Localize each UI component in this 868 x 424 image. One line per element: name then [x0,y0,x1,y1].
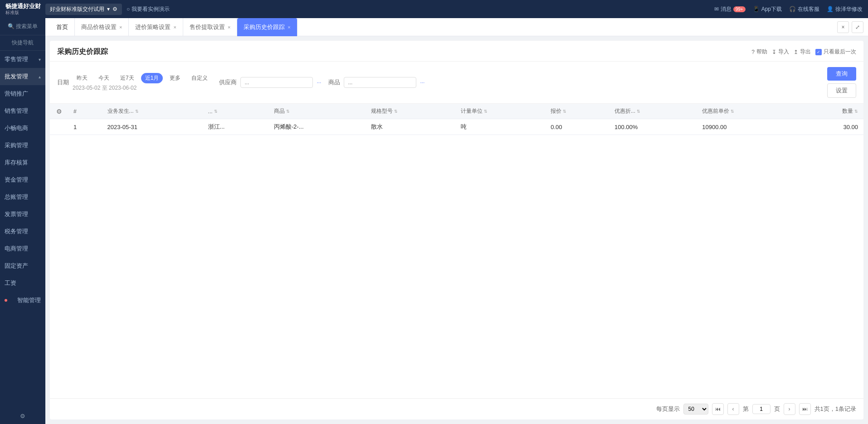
sidebar-item-ecommerce[interactable]: 电商管理 [0,240,45,257]
th-supplier: ... ⇅ [203,104,268,119]
query-button[interactable]: 查询 [827,67,856,81]
row-date-cell: 2023-05-31 [102,119,203,135]
sidebar-item-label: 批发管理 [5,72,28,81]
tab-home[interactable]: 首页 [50,18,75,36]
prev-page-btn[interactable]: ‹ [727,403,739,415]
sort-unit[interactable]: 计量单位 ⇅ [461,107,488,115]
column-settings-btn[interactable]: ⚙ [56,108,62,115]
sort-icon-unit: ⇅ [484,109,488,114]
tab-history-price[interactable]: 采购历史价跟踪 × [237,18,297,36]
tab-bar: 首页 商品价格设置 × 进价策略设置 × 售价提取设置 × 采购历史价跟踪 × … [45,18,868,36]
sidebar-item-label: 固定资产 [5,262,28,270]
tab-close-btn[interactable]: × [837,21,849,33]
sort-supplier[interactable]: ... ⇅ [208,108,218,115]
sidebar-item-marketing[interactable]: 营销推广 [0,85,45,102]
play-icon: ○ [127,6,130,12]
sidebar-item-smart[interactable]: 智能管理 [0,292,45,309]
user-menu-btn[interactable]: 👤 徐泽华修改 [827,5,863,13]
supplier-input[interactable] [240,77,313,88]
tab-purchase-strategy-close[interactable]: × [173,24,176,30]
tab-purchase-strategy[interactable]: 进价策略设置 × [129,18,183,36]
row-unit-cell: 吨 [455,119,545,135]
supplier-more-btn[interactable]: ··· [317,79,321,86]
tab-price[interactable]: 商品价格设置 × [75,18,129,36]
expand-icon: ▾ [39,57,41,62]
row-supplier-cell: 浙江... [203,119,268,135]
sidebar-item-purchase[interactable]: 采购管理 [0,137,45,154]
date-btn-1month[interactable]: 近1月 [141,73,163,83]
sidebar-item-tax[interactable]: 税务管理 [0,223,45,240]
tab-sale-price-close[interactable]: × [228,24,230,30]
last-page-btn[interactable]: ⏭ [799,403,811,415]
sidebar-item-assets[interactable]: 固定资产 [0,257,45,275]
th-goods-label: 商品 [274,107,285,115]
demo-link[interactable]: ○ 我要看实例演示 [127,5,170,13]
help-icon: ? [751,49,755,55]
settings-button[interactable]: 设置 [827,83,856,98]
product-name: 好业财标准版交付试用 [50,5,104,13]
sidebar-search[interactable]: 🔍 搜索菜单 [0,18,45,35]
goods-filter-group: 商品 ··· [328,77,424,88]
sort-quote[interactable]: 报价 ⇅ [551,107,566,115]
help-btn[interactable]: ? 帮助 [751,48,767,56]
th-date: 业务发生... ⇅ [102,104,203,119]
date-btn-custom[interactable]: 自定义 [187,73,212,83]
product-selector[interactable]: 好业财标准版交付试用 ▾ ⚙ [45,4,122,15]
sidebar-settings-btn[interactable]: ⚙ [0,408,45,424]
row-spec-cell: 散水 [366,119,455,135]
sidebar-item-label: 总账管理 [5,193,28,201]
page-size-select[interactable]: 50 20 100 [683,404,708,414]
sidebar-item-payroll[interactable]: 工资 [0,275,45,292]
sidebar-item-label: 电商管理 [5,245,28,253]
date-filter-label: 日期 [57,78,69,87]
tab-history-price-close[interactable]: × [288,24,290,30]
sidebar-item-sales[interactable]: 销售管理 [0,102,45,120]
sidebar-item-inventory[interactable]: 库存核算 [0,154,45,171]
tab-expand-btn[interactable]: ⤢ [852,21,863,33]
date-btn-more[interactable]: 更多 [166,73,185,83]
sidebar-item-finance[interactable]: 资金管理 [0,171,45,188]
sidebar-item-label: 发票管理 [5,210,28,218]
messages-btn[interactable]: ✉ 消息 99+ [714,5,746,13]
page-number-input[interactable] [752,404,770,414]
date-btn-yesterday[interactable]: 昨天 [73,73,92,83]
sidebar-quick-nav[interactable]: 快捷导航 [0,35,45,51]
tab-price-close[interactable]: × [119,24,122,30]
th-spec-label: 规格型号 [371,107,393,115]
settings-icon[interactable]: ⚙ [112,6,117,12]
sort-date[interactable]: 业务发生... ⇅ [107,107,139,115]
th-qty-label: 数量 [842,107,853,115]
tab-sale-price[interactable]: 售价提取设置 × [183,18,237,36]
sort-goods[interactable]: 商品 ⇅ [274,107,290,115]
sidebar-item-accounting[interactable]: 总账管理 [0,188,45,206]
sort-discount[interactable]: 优惠折... ⇅ [614,107,640,115]
sort-price[interactable]: 优惠前单价 ⇅ [702,107,734,115]
sidebar-item-label: 资金管理 [5,176,28,184]
pagination: 每页显示 50 20 100 ⏮ ‹ 第 页 › ⏭ 共1页，1条记录 [50,398,863,419]
last-only-checkbox[interactable]: ✓ 只看最后一次 [815,48,856,56]
export-btn[interactable]: ↥ 导出 [794,48,811,56]
import-btn[interactable]: ↧ 导入 [772,48,789,56]
row-quote-cell: 0.00 [545,119,609,135]
page-title: 采购历史价跟踪 [57,47,108,57]
sidebar-item-wholesale[interactable]: 批发管理 ▴ [0,68,45,85]
online-service-btn[interactable]: 🎧 在线客服 [789,5,819,13]
date-btn-today[interactable]: 今天 [94,73,113,83]
sort-qty[interactable]: 数量 ⇅ [842,107,858,115]
row-no-cell: 1 [68,119,102,135]
th-date-label: 业务发生... [107,107,134,115]
date-range-display: 2023-05-02 至 2023-06-02 [73,84,212,92]
sidebar-item-retail[interactable]: 零售管理 ▾ [0,51,45,68]
sort-icon-discount: ⇅ [637,109,640,114]
date-btn-7days[interactable]: 近7天 [116,73,138,83]
data-table: ⚙ # 业务发生... ⇅ [50,104,863,135]
goods-input[interactable] [344,77,416,88]
sort-spec[interactable]: 规格型号 ⇅ [371,107,398,115]
app-download-btn[interactable]: 📱 App下载 [753,5,782,13]
first-page-btn[interactable]: ⏮ [712,403,724,415]
sidebar-item-invoice[interactable]: 发票管理 [0,206,45,223]
goods-more-btn[interactable]: ··· [420,79,424,86]
sidebar-item-ecommerce-small[interactable]: 小畅电商 [0,120,45,137]
logo-area: 畅捷通好业财 标准版 [5,3,41,15]
next-page-btn[interactable]: › [784,403,795,415]
